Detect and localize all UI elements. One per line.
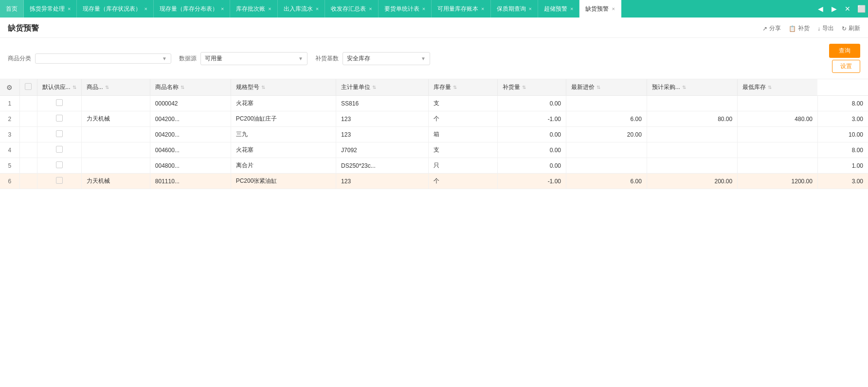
row-checkbox[interactable]	[56, 130, 63, 137]
base-filter-group: 补货基数 安全库存 ▼	[315, 52, 430, 65]
row-checkbox-cell[interactable]	[37, 174, 81, 189]
tab-order-stat[interactable]: 要货单统计表 ×	[379, 0, 432, 18]
row-checkbox[interactable]	[56, 99, 63, 106]
tab-close-receive-summary[interactable]: ×	[369, 6, 372, 12]
page-header: 缺货预警 ↗ 分享 📋 补货 ↓ 导出 ↻ 刷新	[0, 18, 868, 38]
tab-close-abnormal[interactable]: ×	[68, 6, 71, 12]
th-default-supplier[interactable]: 默认供应... ⇅	[37, 79, 81, 96]
tab-overstock[interactable]: 超储预警 ×	[538, 0, 579, 18]
tab-shortage[interactable]: 缺货预警 ×	[579, 0, 621, 18]
tab-close-inventory-status[interactable]: ×	[144, 6, 147, 12]
main-content: 缺货预警 ↗ 分享 📋 补货 ↓ 导出 ↻ 刷新 商品分类	[0, 18, 868, 387]
settings-gear-icon[interactable]: ⚙	[6, 84, 13, 91]
th-spec[interactable]: 规格型号 ⇅	[231, 79, 336, 96]
tab-close-expiry-query[interactable]: ×	[529, 6, 532, 12]
row-checkbox-cell[interactable]	[37, 127, 81, 142]
row-product-name: 离合片	[231, 158, 336, 174]
tab-close-available-ledger[interactable]: ×	[481, 6, 484, 12]
row-replenish-qty	[566, 158, 647, 174]
row-checkbox-cell[interactable]	[37, 111, 81, 127]
row-default-supplier	[81, 127, 150, 142]
row-product-code: 0000042	[150, 96, 231, 111]
refresh-button[interactable]: ↻ 刷新	[842, 24, 860, 33]
row-spec: J7092	[336, 142, 429, 158]
tab-close-batch-account[interactable]: ×	[268, 6, 271, 12]
datasource-dropdown-icon: ▼	[298, 56, 303, 61]
sort-icon-spec: ⇅	[261, 85, 265, 90]
row-stock: 0.00	[497, 158, 566, 174]
tab-inout-flow[interactable]: 出入库流水 ×	[278, 0, 325, 18]
row-latest-price	[647, 142, 737, 158]
row-checkbox[interactable]	[56, 161, 63, 168]
tab-batch-account[interactable]: 库存批次账 ×	[230, 0, 277, 18]
th-unit[interactable]: 主计量单位 ⇅	[336, 79, 429, 96]
row-checkbox-cell[interactable]	[37, 142, 81, 158]
header-checkbox[interactable]	[25, 83, 32, 90]
row-spec: SS816	[336, 96, 429, 111]
table-row: 5 004800... 离合片 DS250*23c... 只 0.00 1.00	[0, 158, 868, 174]
sort-icon-stock: ⇅	[453, 85, 457, 90]
row-spec: 123	[336, 174, 429, 189]
category-dropdown-icon: ▼	[162, 56, 167, 61]
th-replenish-qty[interactable]: 补货量 ⇅	[497, 79, 566, 96]
category-select[interactable]: ▼	[35, 53, 171, 64]
row-min-stock: 8.00	[817, 96, 868, 111]
tab-maximize-button[interactable]: ⬜	[854, 0, 868, 18]
th-stock[interactable]: 库存量 ⇅	[429, 79, 497, 96]
th-min-stock[interactable]: 最低库存 ⇅	[738, 79, 818, 96]
row-checkbox[interactable]	[56, 146, 63, 153]
row-min-stock: 1.00	[817, 158, 868, 174]
tab-inventory-dist[interactable]: 现存量（库存分布表） ×	[154, 0, 230, 18]
th-estimated-purchase[interactable]: 预计采购... ⇅	[647, 79, 737, 96]
row-product-name: 火花塞	[231, 142, 336, 158]
row-checkbox[interactable]	[56, 177, 63, 184]
tab-abnormal[interactable]: 拣货异常处理 ×	[24, 0, 77, 18]
tab-close-overstock[interactable]: ×	[570, 6, 573, 12]
tab-available-ledger[interactable]: 可用量库存账本 ×	[432, 0, 490, 18]
row-latest-price: 80.00	[647, 111, 737, 127]
refresh-icon: ↻	[842, 25, 847, 32]
row-checkbox-cell[interactable]	[37, 158, 81, 174]
row-estimated-purchase	[738, 142, 818, 158]
tab-close-inventory-dist[interactable]: ×	[221, 6, 224, 12]
share-button[interactable]: ↗ 分享	[762, 24, 781, 33]
tab-inventory-status[interactable]: 现存量（库存状况表） ×	[77, 0, 153, 18]
tab-home[interactable]: 首页	[0, 0, 24, 18]
row-min-stock: 8.00	[817, 142, 868, 158]
tab-prev-button[interactable]: ◀	[814, 0, 827, 18]
replenish-button[interactable]: 📋 补货	[789, 24, 810, 33]
sort-icon-code: ⇅	[105, 85, 109, 90]
export-button[interactable]: ↓ 导出	[817, 24, 834, 33]
row-product-code: 004800...	[150, 158, 231, 174]
tab-close-order-stat[interactable]: ×	[422, 6, 425, 12]
row-replenish-qty: 20.00	[566, 127, 647, 142]
tab-close-inout-flow[interactable]: ×	[316, 6, 319, 12]
tab-expiry-query[interactable]: 保质期查询 ×	[491, 0, 538, 18]
row-stock: -1.00	[497, 174, 566, 189]
datasource-select[interactable]: 可用量 ▼	[200, 52, 307, 65]
tab-navigation: ◀ ▶ ✕ ⬜	[814, 0, 868, 18]
tab-close-all-button[interactable]: ✕	[841, 0, 854, 18]
row-latest-price	[647, 127, 737, 142]
table-container: ⚙ 默认供应... ⇅ 商品... ⇅	[0, 79, 868, 387]
th-checkbox[interactable]	[19, 79, 37, 96]
tab-next-button[interactable]: ▶	[827, 0, 841, 18]
th-latest-price[interactable]: 最新进价 ⇅	[566, 79, 647, 96]
row-checkbox[interactable]	[56, 115, 63, 122]
th-settings[interactable]: ⚙	[0, 79, 19, 96]
tab-close-shortage[interactable]: ×	[612, 6, 615, 12]
datasource-label: 数据源	[179, 54, 197, 63]
query-button[interactable]: 查询	[829, 44, 860, 58]
tab-receive-summary[interactable]: 收发存汇总表 ×	[325, 0, 378, 18]
base-select[interactable]: 安全库存 ▼	[343, 52, 430, 65]
row-checkbox-cell[interactable]	[37, 96, 81, 111]
settings-button[interactable]: 设置	[832, 60, 860, 73]
th-product-code[interactable]: 商品... ⇅	[81, 79, 150, 96]
sort-icon-unit: ⇅	[372, 85, 376, 90]
category-label: 商品分类	[8, 54, 31, 63]
th-product-name[interactable]: 商品名称 ⇅	[150, 79, 231, 96]
category-filter-group: 商品分类 ▼	[8, 53, 171, 64]
table-row: 1 0000042 火花塞 SS816 支 0.00 8.00	[0, 96, 868, 111]
row-min-stock: 10.00	[817, 127, 868, 142]
row-estimated-purchase	[738, 96, 818, 111]
